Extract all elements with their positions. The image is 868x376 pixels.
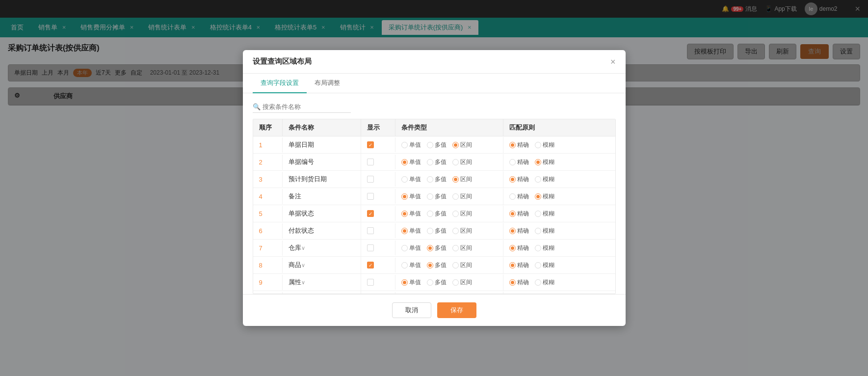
search-input[interactable] xyxy=(263,103,341,110)
modal-tabs: 查询字段设置 布局调整 xyxy=(243,74,626,93)
tab-fields[interactable]: 查询字段设置 xyxy=(253,74,307,93)
modal-close-button[interactable]: × xyxy=(610,57,616,66)
modal-body: 🔍 顺序 条件名称 显示 条件类型 匹配原则 1 单据日期 xyxy=(243,93,626,111)
search-icon: 🔍 xyxy=(253,103,261,110)
modal: 设置查询区域布局 × 查询字段设置 布局调整 🔍 顺序 条件名称 显示 条件类型 xyxy=(243,50,626,111)
tab-layout[interactable]: 布局调整 xyxy=(307,74,348,93)
modal-title: 设置查询区域布局 xyxy=(253,57,312,66)
modal-overlay: 设置查询区域布局 × 查询字段设置 布局调整 🔍 顺序 条件名称 显示 条件类型 xyxy=(0,0,868,111)
search-bar: 🔍 xyxy=(253,101,351,111)
modal-header: 设置查询区域布局 × xyxy=(243,50,626,74)
